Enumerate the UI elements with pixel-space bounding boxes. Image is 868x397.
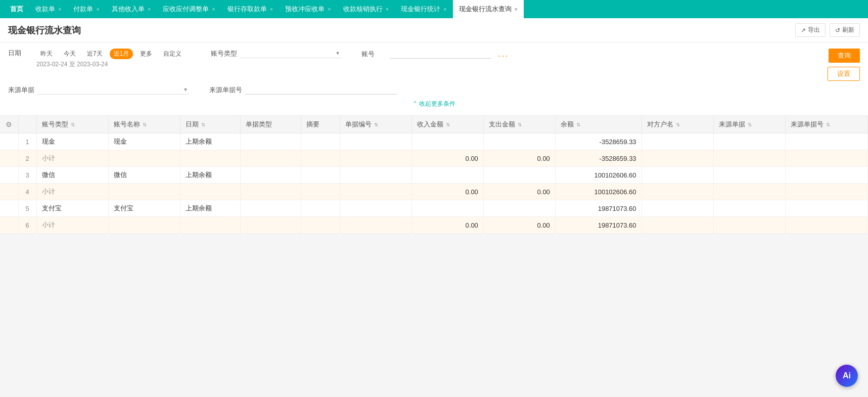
td-balance: -3528659.33 — [555, 150, 642, 167]
query-button[interactable]: 查询 — [829, 49, 860, 63]
td-source-doc-no — [785, 217, 867, 234]
nav-shou-kuan-dan[interactable]: 收款单 × — [29, 0, 67, 18]
td-counterparty — [642, 134, 713, 150]
th-income[interactable]: 收入金额 ⇅ — [412, 116, 483, 134]
th-counterparty[interactable]: 对方户名 ⇅ — [642, 116, 713, 134]
td-gear — [0, 184, 18, 200]
date-opt-7days[interactable]: 近7天 — [83, 49, 107, 59]
table-row[interactable]: 3 微信 微信 上期余额 100102606.60 — [0, 167, 868, 184]
close-bank-deposit[interactable]: × — [270, 6, 273, 12]
td-expense: 0.00 — [483, 184, 555, 200]
nav-cash-bank-flow[interactable]: 现金银行流水查询 × — [453, 0, 524, 18]
th-gear[interactable]: ⚙ — [0, 116, 18, 134]
td-index: 2 — [18, 150, 36, 167]
nav-other-income[interactable]: 其他收入单 × — [106, 0, 157, 18]
td-counterparty — [642, 150, 713, 167]
date-opt-more[interactable]: 更多 — [136, 49, 156, 59]
td-date — [180, 217, 241, 234]
td-source-doc — [713, 217, 785, 234]
table-container: ⚙ 账号类型 ⇅ 账号名称 ⇅ 日期 ⇅ 单据类型 摘要 单据编号 ⇅ 收入金额… — [0, 116, 868, 234]
sort-date-icon: ⇅ — [201, 122, 205, 127]
refresh-button[interactable]: ↺ 刷新 — [830, 23, 860, 37]
close-prepayment[interactable]: × — [328, 6, 331, 12]
th-source-doc[interactable]: 来源单据 ⇅ — [713, 116, 785, 134]
nav-adjustment[interactable]: 应收应付调整单 × — [157, 0, 221, 18]
account-type-label: 账号类型 — [211, 49, 237, 58]
sort-doc-no-icon: ⇅ — [374, 122, 378, 127]
close-shou-kuan-dan[interactable]: × — [58, 6, 61, 12]
sort-income-icon: ⇅ — [446, 122, 450, 127]
sort-expense-icon: ⇅ — [518, 122, 522, 127]
th-balance[interactable]: 余额 ⇅ — [555, 116, 642, 134]
td-account-type: 小计 — [36, 150, 108, 167]
close-collection-exec[interactable]: × — [386, 6, 389, 12]
close-cash-bank-flow[interactable]: × — [515, 6, 518, 12]
table-row[interactable]: 5 支付宝 支付宝 上期余额 19871073.60 — [0, 200, 868, 217]
nav-collection-exec[interactable]: 收款核销执行 × — [337, 0, 395, 18]
source-doc-label: 来源单据 — [8, 85, 34, 95]
settings-button[interactable]: 设置 — [828, 67, 860, 81]
td-summary — [301, 150, 340, 167]
td-index: 6 — [18, 217, 36, 234]
td-summary — [301, 217, 340, 234]
td-doc-type — [241, 134, 301, 150]
td-date — [180, 184, 241, 200]
table-row[interactable]: 4 小计 0.00 0.00 100102606.60 — [0, 184, 868, 200]
close-other-income[interactable]: × — [148, 6, 151, 12]
th-doc-type: 单据类型 — [241, 116, 301, 134]
td-gear — [0, 134, 18, 150]
td-index: 1 — [18, 134, 36, 150]
date-opt-yesterday[interactable]: 昨天 — [36, 49, 57, 59]
th-account-type[interactable]: 账号类型 ⇅ — [36, 116, 108, 134]
td-income — [412, 200, 483, 217]
td-balance: 19871073.60 — [555, 200, 642, 217]
source-doc-select[interactable] — [37, 85, 189, 95]
date-options: 昨天 今天 近7天 近1月 更多 自定义 — [36, 49, 186, 59]
td-account-type: 微信 — [36, 167, 108, 184]
th-date[interactable]: 日期 ⇅ — [180, 116, 241, 134]
td-income: 0.00 — [412, 150, 483, 167]
th-expense[interactable]: 支出金额 ⇅ — [483, 116, 555, 134]
td-doc-no — [340, 217, 412, 234]
table-row[interactable]: 2 小计 0.00 0.00 -3528659.33 — [0, 150, 868, 167]
collapse-icon: ⌃ — [413, 100, 418, 107]
source-doc-num-input[interactable] — [245, 85, 397, 95]
td-account-type: 现金 — [36, 134, 108, 150]
td-source-doc — [713, 150, 785, 167]
close-cash-bank-stats[interactable]: × — [443, 6, 446, 12]
td-summary — [301, 134, 340, 150]
nav-bank-deposit[interactable]: 银行存取款单 × — [221, 0, 279, 18]
nav-fu-kuan-dan[interactable]: 付款单 × — [67, 0, 105, 18]
date-opt-custom[interactable]: 自定义 — [159, 49, 186, 59]
export-button[interactable]: ↗ 导出 — [795, 23, 826, 37]
nav-cash-bank-stats[interactable]: 现金银行统计 × — [395, 0, 452, 18]
close-adjustment[interactable]: × — [212, 6, 215, 12]
top-navigation: 首页 收款单 × 付款单 × 其他收入单 × 应收应付调整单 × 银行存取款单 … — [0, 0, 868, 18]
td-income — [412, 134, 483, 150]
close-fu-kuan-dan[interactable]: × — [96, 6, 99, 12]
td-balance: 19871073.60 — [555, 217, 642, 234]
nav-prepayment[interactable]: 预收冲应收单 × — [279, 0, 337, 18]
td-index: 4 — [18, 184, 36, 200]
th-doc-no[interactable]: 单据编号 ⇅ — [340, 116, 412, 134]
nav-home[interactable]: 首页 — [4, 0, 29, 18]
table-row[interactable]: 6 小计 0.00 0.00 19871073.60 — [0, 217, 868, 234]
account-type-select[interactable] — [240, 49, 341, 58]
td-date: 上期余额 — [180, 167, 241, 184]
date-range-display: 2023-02-24 至 2023-03-24 — [36, 60, 186, 69]
account-input[interactable] — [390, 49, 491, 59]
th-source-doc-no[interactable]: 来源单据号 ⇅ — [785, 116, 867, 134]
sort-account-type-icon: ⇅ — [71, 122, 75, 127]
table-row[interactable]: 1 现金 现金 上期余额 -3528659.33 — [0, 134, 868, 150]
date-opt-today[interactable]: 今天 — [60, 49, 80, 59]
account-ellipsis-button[interactable]: ... — [494, 49, 513, 59]
td-date — [180, 150, 241, 167]
td-balance: 100102606.60 — [555, 167, 642, 184]
sort-account-name-icon: ⇅ — [143, 122, 147, 127]
td-gear — [0, 167, 18, 184]
collapse-bar[interactable]: ⌃ 收起更多条件 — [8, 97, 860, 109]
date-opt-1month[interactable]: 近1月 — [110, 49, 133, 59]
th-account-name[interactable]: 账号名称 ⇅ — [108, 116, 180, 134]
td-expense — [483, 200, 555, 217]
td-doc-type — [241, 167, 301, 184]
